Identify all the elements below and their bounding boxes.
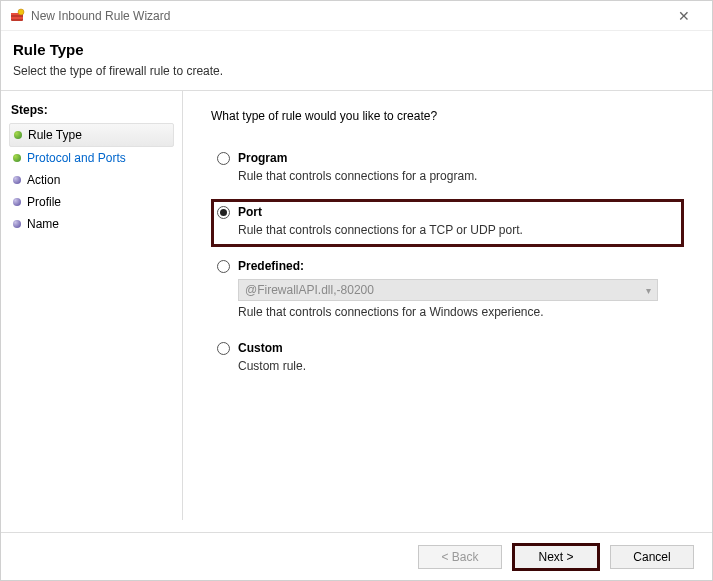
radio-port[interactable] <box>217 206 230 219</box>
wizard-main: What type of rule would you like to crea… <box>183 91 712 520</box>
step-action[interactable]: Action <box>9 169 174 191</box>
step-protocol-and-ports[interactable]: Protocol and Ports <box>9 147 174 169</box>
back-button: < Back <box>418 545 502 569</box>
bullet-icon <box>14 131 22 139</box>
steps-heading: Steps: <box>9 99 174 123</box>
option-title: Port <box>238 205 262 219</box>
cancel-button[interactable]: Cancel <box>610 545 694 569</box>
bullet-icon <box>13 198 21 206</box>
option-program[interactable]: Program Rule that controls connections f… <box>211 145 684 193</box>
bullet-icon <box>13 220 21 228</box>
firewall-app-icon <box>9 8 25 24</box>
option-desc: Rule that controls connections for a Win… <box>238 305 678 319</box>
wizard-header: Rule Type Select the type of firewall ru… <box>1 31 712 90</box>
step-rule-type[interactable]: Rule Type <box>9 123 174 147</box>
option-port[interactable]: Port Rule that controls connections for … <box>211 199 684 247</box>
radio-custom[interactable] <box>217 342 230 355</box>
steps-sidebar: Steps: Rule Type Protocol and Ports Acti… <box>1 91 183 520</box>
window-title: New Inbound Rule Wizard <box>31 9 664 23</box>
close-icon[interactable]: ✕ <box>664 8 704 24</box>
option-desc: Custom rule. <box>238 359 678 373</box>
step-profile[interactable]: Profile <box>9 191 174 213</box>
option-title: Program <box>238 151 287 165</box>
step-label: Rule Type <box>28 128 82 142</box>
radio-predefined[interactable] <box>217 260 230 273</box>
step-name[interactable]: Name <box>9 213 174 235</box>
option-custom[interactable]: Custom Custom rule. <box>211 335 684 383</box>
option-title: Custom <box>238 341 283 355</box>
rule-type-question: What type of rule would you like to crea… <box>211 109 684 123</box>
radio-program[interactable] <box>217 152 230 165</box>
page-subtitle: Select the type of firewall rule to crea… <box>13 64 700 78</box>
predefined-select: @FirewallAPI.dll,-80200 ▾ <box>238 279 658 301</box>
titlebar: New Inbound Rule Wizard ✕ <box>1 1 712 31</box>
step-label: Profile <box>27 195 61 209</box>
bullet-icon <box>13 154 21 162</box>
step-label: Protocol and Ports <box>27 151 126 165</box>
rule-type-options: Program Rule that controls connections f… <box>211 145 684 383</box>
chevron-down-icon: ▾ <box>646 285 651 296</box>
page-title: Rule Type <box>13 41 700 58</box>
step-label: Name <box>27 217 59 231</box>
wizard-footer: < Back Next > Cancel <box>1 532 712 580</box>
bullet-icon <box>13 176 21 184</box>
option-predefined[interactable]: Predefined: @FirewallAPI.dll,-80200 ▾ Ru… <box>211 253 684 329</box>
wizard-body: Steps: Rule Type Protocol and Ports Acti… <box>1 91 712 520</box>
step-label: Action <box>27 173 60 187</box>
svg-rect-2 <box>11 17 23 19</box>
svg-point-3 <box>18 9 24 15</box>
next-button[interactable]: Next > <box>514 545 598 569</box>
predefined-select-value: @FirewallAPI.dll,-80200 <box>245 283 374 297</box>
option-desc: Rule that controls connections for a TCP… <box>238 223 678 237</box>
option-desc: Rule that controls connections for a pro… <box>238 169 678 183</box>
option-title: Predefined: <box>238 259 304 273</box>
